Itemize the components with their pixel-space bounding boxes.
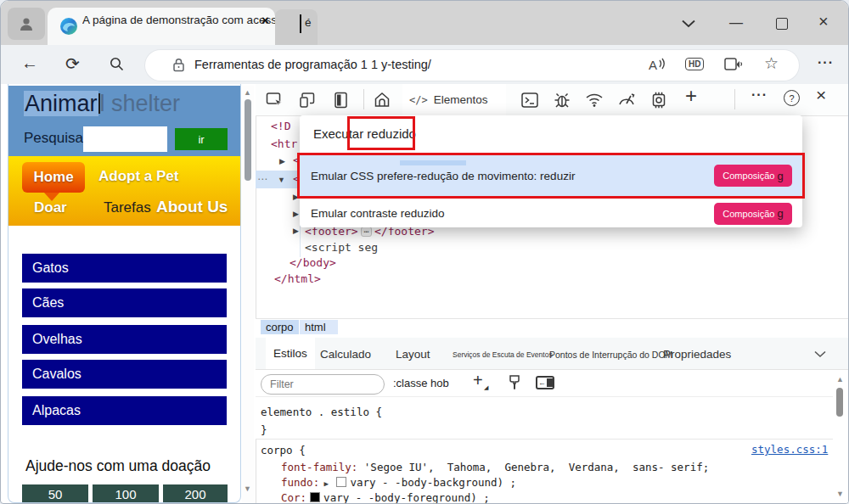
palette-result-reduced-motion[interactable]: Emular CSS prefere-redução de movimento:… [300,155,802,196]
css-property: fundo: [281,476,319,489]
plus-dropdown-caret-icon[interactable]: ◢ [484,384,488,391]
palette-result-reduced-contrast[interactable]: Emular contraste reduzido Composiçãog [300,199,802,227]
donate-100-button[interactable]: 100 [93,484,159,503]
back-button[interactable]: ← [21,53,38,73]
donate-200-button[interactable]: 200 [163,484,228,503]
performance-gauge-icon[interactable] [617,92,636,109]
css-color-line[interactable]: Cor:vary - -body-foreground) ; [281,491,490,504]
scroll-up-icon[interactable]: ▲ [244,88,251,97]
maximize-button[interactable] [776,18,788,30]
lock-icon [172,58,185,72]
collapsed-ellipsis-icon[interactable]: ⋯ [361,227,372,237]
paintbrush-icon[interactable] [507,374,522,391]
tab-layout[interactable]: Layout [396,348,430,361]
stylesheet-source-link[interactable]: styles.css:1 [751,443,828,456]
color-swatch-black[interactable] [310,492,320,502]
code-glyph-icon: </> [409,94,428,106]
hd-badge-icon[interactable]: HD [685,58,704,70]
device-emulation-icon[interactable] [298,91,317,109]
split-screen-audio-icon[interactable] [724,57,743,72]
styles-scroll-down-icon[interactable]: ▼ [836,490,844,498]
nav-donate[interactable]: Doar [34,199,67,216]
browser-menu-icon[interactable]: ··· [818,55,834,70]
home-welcome-icon[interactable] [373,91,391,109]
breadcrumb-html[interactable]: html [300,320,338,334]
expand-arrow-icon-4[interactable]: ▶ [293,227,299,235]
category-button-ovelhas[interactable]: Ovelhas [22,325,227,354]
profile-avatar[interactable] [8,8,45,40]
styles-filter-input[interactable] [261,374,385,395]
window-close-button[interactable]: × [818,12,829,31]
badge-label: Composição [722,209,774,219]
dom-breadcrumb-bar [256,318,849,339]
tab-dom-breakpoints[interactable]: Pontos de Interrupção do DOM [549,350,672,360]
dom-line-body-close[interactable]: </body> [290,256,336,269]
inspect-element-icon[interactable] [266,91,284,109]
devtools-close-icon[interactable]: × [816,85,826,105]
grid-toggle-icon[interactable]: ← [536,376,554,389]
nav-tasks[interactable]: Tarefas [104,199,151,216]
tab-computed[interactable]: Calculado [320,348,371,361]
category-button-gatos[interactable]: Gatos [22,254,227,283]
read-aloud-icon[interactable]: A [648,57,666,72]
page-scrollbar-thumb[interactable] [245,99,251,181]
tab-elements-label: Elementos [434,93,488,106]
nav-adopt-a-pet[interactable]: Adopt a Pet [98,168,178,185]
tab-styles[interactable]: Estilos [266,338,315,369]
rule-selector[interactable]: corpo { [261,444,306,456]
category-button-caes[interactable]: Cães [22,288,227,317]
tab-close-icon[interactable]: × [261,13,269,27]
network-wifi-icon[interactable] [585,92,604,108]
dom-line-script[interactable]: <script seg [305,241,378,254]
tab-properties[interactable]: Propriedades [663,348,731,361]
tab-event-listeners[interactable]: Serviços de Escuta de Eventos [453,350,553,359]
title-selected-text: Animar [24,91,98,116]
help-icon[interactable]: ? [784,90,800,106]
expand-arrow-icon-2[interactable]: ▶ [293,193,299,201]
devtools-menu-icon[interactable]: ··· [751,87,767,103]
debugger-bug-icon[interactable] [553,91,571,109]
page-title: Animarl shelter [24,91,180,117]
rendering-badge: Composiçãog [714,165,792,187]
expand-arrow-icon-3[interactable]: ▶ [293,210,299,218]
breadcrumb-body[interactable]: corpo [261,320,299,334]
console-icon[interactable] [520,91,539,109]
nav-home[interactable]: Home [22,162,85,193]
scroll-down-icon[interactable]: ▼ [244,484,251,493]
tab-elements[interactable]: </> Elementos [402,84,506,115]
node-menu-dots-icon[interactable]: ⋯ [257,173,268,185]
minimize-button[interactable]: — [729,15,743,31]
nav-about-us[interactable]: About Us [156,198,228,216]
styles-scroll-up-icon[interactable]: ▲ [836,375,844,384]
hov-cls-toggle[interactable]: :classe hob [393,377,449,389]
donate-50-button[interactable]: 50 [22,484,88,503]
dom-line-html[interactable]: <htr [271,137,297,150]
css-background-line[interactable]: fundo: ▶ vary - -body-background) ; [281,476,516,489]
new-style-rule-plus-icon[interactable]: + [473,371,483,390]
category-button-alpacas[interactable]: Alpacas [22,396,227,425]
styles-scrollbar-thumb[interactable] [836,388,843,417]
dom-line-doctype[interactable]: <!D [271,120,290,132]
refresh-button[interactable]: ⟳ [65,53,80,74]
more-tools-plus-icon[interactable]: + [685,84,697,108]
tabs-overflow-chevron-icon[interactable] [814,350,826,358]
go-button[interactable]: ir [175,128,228,150]
command-palette-query[interactable]: Executar reduzido [313,126,416,141]
dom-line-html-close[interactable]: </html> [274,272,321,285]
tab-list-chevron-icon[interactable] [682,20,695,28]
page-search-input[interactable] [83,126,167,152]
inline-style-section [256,397,833,440]
collapse-arrow-icon[interactable]: ▼ [278,176,285,184]
color-swatch-white[interactable] [336,477,346,487]
url-text[interactable]: Ferramentas de programação 1 1 y-testing… [194,58,431,71]
favorite-star-icon[interactable]: ☆ [764,53,779,73]
category-button-cavalos[interactable]: Cavalos [22,360,227,389]
css-value: vary - -body-foreground) ; [323,491,490,504]
dock-side-icon[interactable] [334,92,349,109]
inline-style-open[interactable]: elemento . estilo { [261,406,382,418]
expand-arrow-icon[interactable]: ▶ [279,157,285,165]
memory-chip-icon[interactable] [649,91,668,109]
css-property: font-family: [281,461,357,473]
css-font-family-line[interactable]: font-family: 'Segoe IU', Tahoma, Genebra… [281,461,709,473]
search-icon[interactable] [110,57,124,71]
